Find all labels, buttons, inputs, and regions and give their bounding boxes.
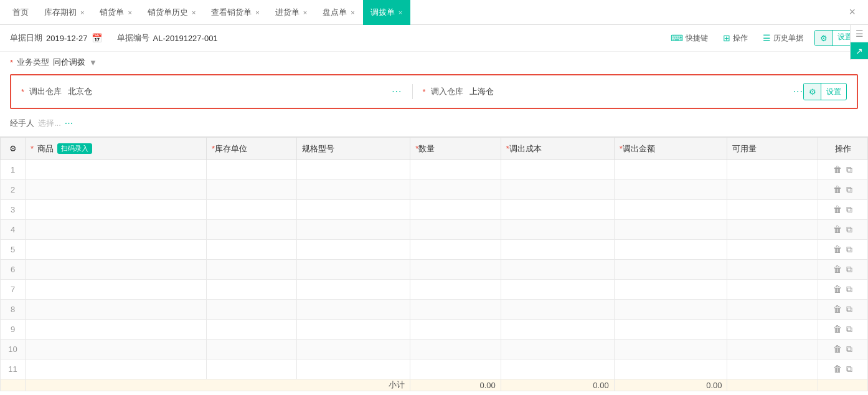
delete-row-4-button[interactable]: 🗑 (833, 224, 842, 234)
row-spec-4[interactable] (297, 220, 410, 240)
row-spec-7[interactable] (297, 280, 410, 300)
warehouse-settings-button[interactable]: 设置 (821, 85, 846, 98)
warehouse-in-value[interactable]: 上海仓 (469, 86, 494, 97)
row-available-9[interactable] (727, 320, 818, 340)
table-gear-icon[interactable]: ⚙ (9, 144, 17, 153)
handler-more-button[interactable]: ··· (65, 118, 73, 129)
row-amount-8[interactable] (614, 300, 727, 320)
row-amount-10[interactable] (614, 340, 727, 359)
row-product-9[interactable] (26, 320, 207, 340)
warehouse-settings-icon-btn[interactable]: ⚙ (804, 83, 821, 100)
close-tab-sales-history[interactable]: × (192, 9, 196, 16)
row-amount-2[interactable] (614, 180, 727, 200)
row-product-11[interactable] (26, 359, 207, 379)
delete-row-3-button[interactable]: 🗑 (833, 204, 842, 214)
row-cost-4[interactable] (501, 220, 614, 240)
row-unit-5[interactable] (206, 240, 296, 260)
row-amount-9[interactable] (614, 320, 727, 340)
tab-stocktake[interactable]: 盘点单 × (315, 0, 362, 25)
row-product-5[interactable] (26, 240, 207, 260)
row-available-2[interactable] (727, 180, 818, 200)
row-cost-11[interactable] (501, 359, 614, 379)
row-unit-3[interactable] (206, 200, 296, 220)
tab-home[interactable]: 首页 (5, 0, 37, 25)
row-cost-7[interactable] (501, 280, 614, 300)
sidebar-list-icon[interactable]: ☰ (851, 25, 868, 42)
row-spec-10[interactable] (297, 340, 410, 359)
row-cost-10[interactable] (501, 340, 614, 359)
row-qty-7[interactable] (410, 280, 501, 300)
copy-row-6-button[interactable]: ⧉ (846, 264, 852, 274)
delete-row-11-button[interactable]: 🗑 (833, 364, 842, 374)
tab-transfer[interactable]: 调拨单 × (363, 0, 410, 25)
row-available-4[interactable] (727, 220, 818, 240)
close-tab-stocktake[interactable]: × (351, 9, 354, 16)
row-spec-8[interactable] (297, 300, 410, 320)
row-product-10[interactable] (26, 340, 207, 359)
row-cost-5[interactable] (501, 240, 614, 260)
close-tab-transfer[interactable]: × (399, 9, 402, 16)
row-amount-4[interactable] (614, 220, 727, 240)
gear-column-header[interactable]: ⚙ (1, 138, 26, 160)
copy-row-4-button[interactable]: ⧉ (846, 224, 852, 234)
row-unit-9[interactable] (206, 320, 296, 340)
row-unit-7[interactable] (206, 280, 296, 300)
row-available-3[interactable] (727, 200, 818, 220)
row-spec-11[interactable] (297, 359, 410, 379)
row-available-8[interactable] (727, 300, 818, 320)
tab-view-sales[interactable]: 查看销货单 × (204, 0, 267, 25)
row-cost-2[interactable] (501, 180, 614, 200)
delete-row-10-button[interactable]: 🗑 (833, 344, 842, 354)
tab-sales-history[interactable]: 销货单历史 × (140, 0, 204, 25)
row-available-10[interactable] (727, 340, 818, 359)
copy-row-10-button[interactable]: ⧉ (846, 344, 852, 354)
copy-row-9-button[interactable]: ⧉ (846, 324, 852, 334)
copy-row-3-button[interactable]: ⧉ (846, 204, 852, 214)
row-qty-3[interactable] (410, 200, 501, 220)
row-available-7[interactable] (727, 280, 818, 300)
row-amount-11[interactable] (614, 359, 727, 379)
row-qty-1[interactable] (410, 160, 501, 180)
row-unit-1[interactable] (206, 160, 296, 180)
shortcut-button[interactable]: ⌨ 快捷键 (667, 32, 712, 45)
row-product-6[interactable] (26, 260, 207, 280)
copy-row-8-button[interactable]: ⧉ (846, 304, 852, 314)
close-tab-view-sales[interactable]: × (255, 9, 259, 16)
row-product-8[interactable] (26, 300, 207, 320)
business-value[interactable]: 同价调拨 (53, 57, 85, 68)
tab-sales-order[interactable]: 销货单 × (92, 0, 139, 25)
row-qty-11[interactable] (410, 359, 501, 379)
copy-row-5-button[interactable]: ⧉ (846, 244, 852, 254)
tab-inventory-init[interactable]: 库存期初 × (37, 0, 92, 25)
delete-row-1-button[interactable]: 🗑 (833, 164, 842, 174)
row-product-3[interactable] (26, 200, 207, 220)
copy-row-2-button[interactable]: ⧉ (846, 184, 852, 194)
copy-row-11-button[interactable]: ⧉ (846, 364, 852, 374)
scan-entry-button[interactable]: 扫码录入 (57, 143, 92, 154)
delete-row-5-button[interactable]: 🗑 (833, 244, 842, 254)
row-spec-6[interactable] (297, 260, 410, 280)
row-spec-3[interactable] (297, 200, 410, 220)
row-product-4[interactable] (26, 220, 207, 240)
row-amount-5[interactable] (614, 240, 727, 260)
row-qty-9[interactable] (410, 320, 501, 340)
row-qty-5[interactable] (410, 240, 501, 260)
row-qty-4[interactable] (410, 220, 501, 240)
close-tab-inventory-init[interactable]: × (80, 9, 84, 16)
row-qty-10[interactable] (410, 340, 501, 359)
row-qty-2[interactable] (410, 180, 501, 200)
row-unit-6[interactable] (206, 260, 296, 280)
delete-row-7-button[interactable]: 🗑 (833, 284, 842, 294)
business-dropdown-arrow[interactable]: ▼ (89, 58, 97, 67)
row-unit-8[interactable] (206, 300, 296, 320)
row-spec-9[interactable] (297, 320, 410, 340)
delete-row-9-button[interactable]: 🗑 (833, 324, 842, 334)
row-unit-11[interactable] (206, 359, 296, 379)
delete-row-6-button[interactable]: 🗑 (833, 264, 842, 274)
row-available-5[interactable] (727, 240, 818, 260)
row-cost-9[interactable] (501, 320, 614, 340)
row-available-11[interactable] (727, 359, 818, 379)
tab-purchase-order[interactable]: 进货单 × (268, 0, 315, 25)
row-available-1[interactable] (727, 160, 818, 180)
row-amount-3[interactable] (614, 200, 727, 220)
